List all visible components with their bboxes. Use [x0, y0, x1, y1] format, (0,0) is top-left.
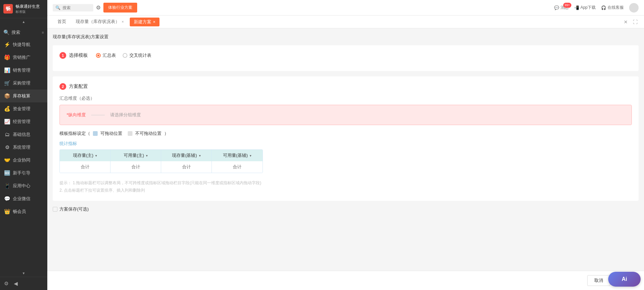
col-header-1[interactable]: 可用量(主) ▾ — [110, 150, 161, 161]
sidebar-search-label: 搜索 — [11, 29, 20, 35]
scroll-up-arrow[interactable]: ▲ — [21, 19, 26, 25]
newuser-icon: 🆕 — [4, 170, 10, 176]
app-download-item[interactable]: 📲 App下载 — [574, 5, 596, 10]
topbar-right: 💬 消息 99+ 📲 App下载 🎧 在线客服 — [554, 3, 639, 13]
tab-close-btn[interactable]: ✕ — [622, 19, 629, 25]
sidebar-item-quicknav[interactable]: ⚡ 快捷导航 — [0, 38, 47, 51]
sidebar-item-marketing[interactable]: 🎁 营销推广 — [0, 51, 47, 64]
stats-table: 现存量(主) ▾ 可用量(主) ▾ 现存量(基辅) ▾ 可用量(基辅) — [59, 149, 263, 173]
non-draggable-badge — [128, 131, 132, 136]
member-icon: 👑 — [4, 209, 10, 215]
radio-cross-table[interactable]: 交叉统计表 — [123, 52, 151, 58]
headset-icon: 🎧 — [601, 5, 606, 10]
sidebar-item-enterprise[interactable]: 🤝 企业协同 — [0, 154, 47, 167]
sidebar-quicknav-label: 快捷导航 — [13, 42, 30, 48]
tab-home-label: 首页 — [57, 19, 66, 25]
tab-new-plan-close[interactable]: × — [153, 19, 155, 24]
tab-expand-btn[interactable]: ⛶ — [632, 19, 639, 25]
sales-icon: 📊 — [4, 67, 10, 73]
indicator-paren: ） — [164, 130, 169, 137]
topbar-left: 🔍 ⚙ 体验行业方案 — [53, 3, 551, 13]
save-checkbox[interactable] — [53, 207, 57, 212]
tip2-text: 2. 点击标题栏下拉可设置排序、插入列和删除列 — [59, 188, 145, 193]
enterprise-icon: 🤝 — [4, 157, 10, 163]
customer-service-item[interactable]: 🎧 在线客服 — [601, 5, 624, 10]
col-chevron-1[interactable]: ▾ — [146, 154, 148, 158]
sidebar-search[interactable]: 🔍 搜索 ≡ — [0, 27, 47, 38]
sidebar-system-label: 系统管理 — [13, 144, 30, 150]
app-download-icon: 📲 — [574, 5, 579, 10]
sidebar-item-sales[interactable]: 📊 销售管理 — [0, 64, 47, 77]
dimension-separator — [91, 115, 105, 115]
message-icon: 💬 — [554, 5, 559, 10]
draggable-badge — [93, 131, 98, 136]
summary-dimension-label: 汇总维度（必选） — [59, 95, 632, 101]
sidebar-item-management[interactable]: 📈 经营管理 — [0, 115, 47, 128]
search-icon: 🔍 — [55, 5, 60, 10]
col-label-0: 现存量(主) — [73, 152, 94, 159]
content-area: 现存量(库存状况表)方案设置 1 选择模板 汇总表 交叉统计表 — [47, 28, 644, 271]
tab-home[interactable]: 首页 — [53, 16, 71, 28]
sidebar-member-label: 畅会员 — [13, 209, 26, 215]
vertical-dimension-placeholder: 请选择分组维度 — [110, 112, 141, 118]
sidebar-item-wechat[interactable]: 💬 企业微信 — [0, 192, 47, 205]
sidebar-item-newuser[interactable]: 🆕 新手引导 — [0, 167, 47, 179]
col-chevron-2[interactable]: ▾ — [199, 154, 201, 158]
radio-cross-circle — [123, 53, 127, 58]
sidebar-item-inventory[interactable]: 📦 库存核算 — [0, 90, 47, 102]
sidebar-enterprise-label: 企业协同 — [13, 157, 30, 163]
inventory-icon: 📦 — [4, 93, 10, 99]
sidebar-sales-label: 销售管理 — [13, 67, 30, 73]
trial-button[interactable]: 体验行业方案 — [103, 3, 137, 13]
radio-cross-label: 交叉统计表 — [129, 52, 151, 58]
user-avatar[interactable] — [629, 3, 639, 13]
col-label-1: 可用量(主) — [124, 152, 144, 159]
vertical-dimension-label: *纵向维度 — [67, 112, 86, 118]
gear-icon[interactable]: ⚙ — [96, 4, 101, 11]
finance-icon: 💰 — [4, 106, 10, 112]
message-item[interactable]: 💬 消息 99+ — [554, 5, 569, 10]
stats-title: 统计指标 — [59, 141, 632, 147]
save-option-label: 方案保存(可选) — [59, 206, 89, 212]
tip2-row: 2. 点击标题栏下拉可设置排序、插入列和删除列 — [59, 187, 632, 194]
settings-icon[interactable]: ⚙ — [4, 281, 8, 287]
search-area[interactable]: 🔍 — [53, 4, 93, 11]
sidebar-wechat-label: 企业微信 — [13, 196, 30, 202]
ai-float-button[interactable]: Ai — [608, 272, 641, 287]
col-header-3[interactable]: 可用量(基辅) ▾ — [212, 150, 263, 161]
step1-label: 选择模板 — [69, 52, 88, 58]
save-option: 方案保存(可选) — [53, 206, 639, 212]
sidebar-item-member[interactable]: 👑 畅会员 — [0, 205, 47, 218]
logo-icon: 畅 — [3, 4, 13, 14]
bottom-bar: 取消 查询 — [47, 271, 644, 290]
sidebar-management-label: 经营管理 — [13, 119, 30, 125]
sidebar-item-system[interactable]: ⚙ 系统管理 — [0, 141, 47, 154]
sidebar-item-appcenter[interactable]: 📱 应用中心 — [0, 179, 47, 192]
app-download-label: App下载 — [580, 5, 596, 10]
sidebar-inventory-label: 库存核算 — [13, 93, 30, 99]
section2-header: 2 方案配置 — [59, 83, 632, 90]
sidebar-scroll-up[interactable]: ▲ — [0, 18, 47, 25]
scroll-down-arrow[interactable]: ▼ — [21, 270, 26, 276]
sidebar-scroll-down[interactable]: ▼ — [0, 270, 47, 277]
sidebar-item-purchase[interactable]: 🛒 采购管理 — [0, 77, 47, 90]
sidebar-item-finance[interactable]: 💰 资金管理 — [0, 102, 47, 115]
tab-inventory-label: 现存量（库存状况表） — [76, 19, 120, 25]
help-icon[interactable]: ◀ — [14, 281, 18, 287]
tab-new-plan[interactable]: 新建方案 × — [130, 18, 159, 26]
col-chevron-3[interactable]: ▾ — [250, 154, 251, 158]
radio-summary-table[interactable]: 汇总表 — [96, 52, 116, 58]
tips-title-label: 提示： — [59, 180, 72, 185]
indicator-settings: 模板指标设定（ 可拖动位置 不可拖动位置 ） — [59, 130, 632, 137]
appcenter-icon: 📱 — [4, 183, 10, 189]
search-input[interactable] — [63, 5, 90, 10]
col-header-0[interactable]: 现存量(主) ▾ — [60, 150, 110, 161]
col-header-2[interactable]: 现存量(基辅) ▾ — [161, 150, 212, 161]
sidebar-item-basic[interactable]: 🗂 基础信息 — [0, 128, 47, 141]
indicator-settings-label: 模板指标设定（ 可拖动位置 不可拖动位置 ） — [59, 130, 632, 137]
tab-inventory-close[interactable]: × — [122, 20, 124, 24]
col-chevron-0[interactable]: ▾ — [95, 154, 97, 158]
cancel-button[interactable]: 取消 — [587, 275, 610, 286]
sidebar-marketing-label: 营销推广 — [13, 54, 30, 61]
tab-inventory-status[interactable]: 现存量（库存状况表） × — [71, 16, 128, 28]
